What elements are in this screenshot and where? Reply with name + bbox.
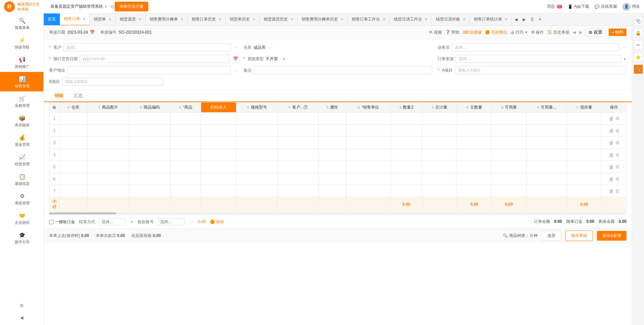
table-cell[interactable] bbox=[278, 161, 318, 173]
calendar-icon[interactable]: 📅 bbox=[233, 56, 238, 61]
tab-close-icon[interactable]: ✕ bbox=[505, 17, 507, 21]
account-more-icon[interactable]: ··· bbox=[190, 219, 194, 225]
table-cell[interactable] bbox=[526, 125, 567, 137]
table-cell[interactable] bbox=[390, 161, 422, 173]
profit-btn[interactable]: 🟠 毛利预估 bbox=[485, 30, 507, 35]
table-cell[interactable] bbox=[278, 113, 318, 125]
sidebar-item-sales[interactable]: 📊 销售管理 bbox=[0, 72, 43, 91]
table-cell[interactable] bbox=[236, 125, 278, 137]
addrow-button[interactable]: + 物料 bbox=[609, 29, 627, 36]
table-cell[interactable] bbox=[390, 125, 422, 137]
tab-return-history[interactable]: 销货退货历史 ✕ bbox=[260, 13, 298, 26]
sidebar-collapse-icon[interactable]: ◀ bbox=[17, 313, 27, 322]
sidebar-item-marketing[interactable]: 📢 营销推广 bbox=[0, 52, 43, 72]
table-cell[interactable] bbox=[567, 149, 602, 161]
table-cell[interactable] bbox=[390, 113, 422, 125]
table-cell[interactable] bbox=[526, 161, 567, 173]
chevron-down-icon[interactable]: ▼ bbox=[282, 57, 286, 61]
sidebar-settings-icon[interactable]: ⚙ bbox=[17, 301, 27, 310]
table-cell[interactable] bbox=[60, 113, 87, 125]
right-panel-icon-1[interactable]: 📎 bbox=[634, 16, 643, 26]
tab-close-icon[interactable]: ✕ bbox=[383, 17, 385, 21]
tab-sales-stats[interactable]: 销售订单统计表 ✕ bbox=[470, 13, 512, 26]
table-cell[interactable] bbox=[567, 137, 602, 149]
table-cell[interactable] bbox=[171, 113, 201, 125]
table-cell[interactable] bbox=[171, 161, 201, 173]
sidebar-item-system[interactable]: ⚙ 系统管理 bbox=[0, 189, 43, 208]
table-cell[interactable] bbox=[129, 149, 171, 161]
table-cell[interactable] bbox=[129, 185, 171, 197]
table-cell[interactable] bbox=[87, 149, 129, 161]
table-cell[interactable] bbox=[201, 113, 236, 125]
table-cell[interactable] bbox=[236, 185, 278, 197]
table-cell[interactable] bbox=[60, 137, 87, 149]
table-cell[interactable] bbox=[129, 113, 171, 125]
table-cell[interactable] bbox=[526, 173, 567, 185]
copy-icon[interactable]: ⧉ bbox=[616, 116, 619, 121]
discard-button[interactable]: 放弃 bbox=[542, 231, 561, 241]
table-cell[interactable] bbox=[278, 149, 318, 161]
table-cell[interactable] bbox=[87, 173, 129, 185]
table-cell[interactable] bbox=[346, 137, 390, 149]
a-project-input[interactable] bbox=[455, 66, 627, 74]
tab-sales-order-history[interactable]: 销售订单历史 ✕ bbox=[188, 13, 226, 26]
table-cell[interactable] bbox=[492, 161, 526, 173]
table-cell[interactable] bbox=[278, 185, 318, 197]
copy-icon[interactable]: ⧉ bbox=[616, 188, 619, 194]
tab-cash-workbench[interactable]: 钱货日清工作台 ✕ bbox=[390, 13, 432, 26]
sidebar-item-purchase[interactable]: 🛒 采购管理 bbox=[0, 91, 43, 111]
table-cell[interactable] bbox=[318, 149, 346, 161]
table-cell[interactable] bbox=[422, 149, 457, 161]
table-cell[interactable] bbox=[87, 125, 129, 137]
table-cell[interactable] bbox=[492, 149, 526, 161]
addr-more-icon[interactable]: ··· bbox=[234, 68, 238, 73]
table-cell[interactable] bbox=[457, 161, 491, 173]
table-cell[interactable] bbox=[60, 173, 87, 185]
table-cell[interactable] bbox=[318, 113, 346, 125]
note-input[interactable] bbox=[254, 66, 432, 74]
right-panel-icon-2[interactable]: 🔒 bbox=[634, 28, 643, 38]
table-cell[interactable] bbox=[318, 137, 346, 149]
table-cell[interactable] bbox=[201, 149, 236, 161]
delete-icon[interactable]: 🗑 bbox=[609, 140, 614, 146]
table-cell[interactable] bbox=[201, 125, 236, 137]
industry-btn[interactable]: 体验行业方案 bbox=[115, 2, 148, 11]
save-draft-button[interactable]: 保存草稿 bbox=[565, 231, 593, 241]
table-cell[interactable] bbox=[567, 173, 602, 185]
table-cell[interactable] bbox=[526, 185, 567, 197]
table-cell[interactable] bbox=[60, 185, 87, 197]
account-input[interactable] bbox=[158, 218, 185, 226]
tab-close-icon[interactable]: ✕ bbox=[83, 17, 85, 21]
tab-nav-list[interactable]: ☰ bbox=[528, 13, 536, 26]
table-cell[interactable] bbox=[201, 185, 236, 197]
right-panel-icon-4[interactable]: ⭐ bbox=[634, 52, 643, 62]
table-cell[interactable] bbox=[60, 161, 87, 173]
table-cell[interactable] bbox=[171, 185, 201, 197]
view-btn[interactable]: 👁 视频 bbox=[429, 30, 442, 35]
table-cell[interactable] bbox=[129, 137, 171, 149]
table-cell[interactable] bbox=[567, 185, 602, 197]
table-cell[interactable] bbox=[390, 149, 422, 161]
nav-prev-icon[interactable]: ◀ bbox=[573, 30, 576, 35]
table-cell[interactable] bbox=[526, 113, 567, 125]
table-cell[interactable] bbox=[492, 173, 526, 185]
sidebar-item-basic-info[interactable]: 📋 基础信息 bbox=[0, 169, 43, 189]
b-project-input[interactable] bbox=[62, 78, 163, 86]
tab-nav-close[interactable]: ✕ bbox=[536, 13, 544, 26]
table-cell[interactable] bbox=[201, 137, 236, 149]
chevron-down-icon[interactable]: ▼ bbox=[623, 57, 627, 61]
nav-next-icon[interactable]: ▶ bbox=[579, 30, 582, 35]
table-cell[interactable] bbox=[318, 125, 346, 137]
staff-input[interactable] bbox=[452, 43, 619, 51]
table-cell[interactable] bbox=[201, 161, 236, 173]
table-cell[interactable] bbox=[422, 113, 457, 125]
table-cell[interactable] bbox=[87, 185, 129, 197]
sidebar-item-search[interactable]: 🔍 搜索菜单 bbox=[0, 13, 43, 33]
tab-nav-right[interactable]: ▶ bbox=[520, 13, 528, 26]
notification-icon[interactable]: 消息 6 bbox=[547, 4, 562, 9]
tab-sales-fee[interactable]: 销售费用分摊单 ✕ bbox=[146, 13, 188, 26]
save-new-button[interactable]: 保存&新增 bbox=[597, 231, 627, 241]
delete-icon[interactable]: 🗑 bbox=[609, 164, 614, 170]
app-download-link[interactable]: 📱 App下载 bbox=[568, 4, 589, 9]
scroll-bar[interactable] bbox=[44, 212, 632, 215]
